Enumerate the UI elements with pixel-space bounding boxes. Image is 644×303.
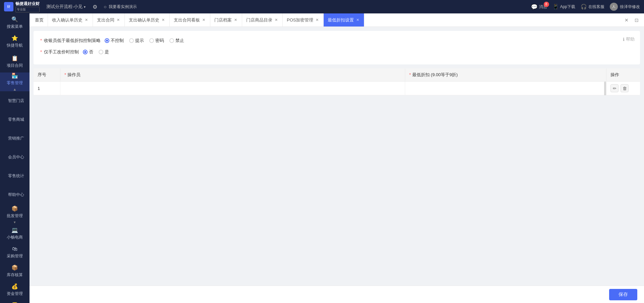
chevron-down-icon: ▾ [14, 220, 16, 224]
sidebar-item-label: 项目合同 [7, 63, 23, 68]
home-tab-label: 首页 [35, 17, 44, 23]
sidebar-item-label: 零售统计 [8, 173, 24, 179]
content-area: 首页 收入确认单历史 ✕ 支出合同 ✕ 支出确认单历史 ✕ 支出合同看板 ✕ 门… [30, 13, 644, 303]
tab-label: 支出合同看板 [174, 17, 200, 23]
wholesale-icon: 📦 [11, 205, 18, 212]
avatar: 人 [610, 3, 618, 11]
radio-forbidden[interactable]: 禁止 [169, 38, 184, 44]
tab-income-confirm-history[interactable]: 收入确认单历史 ✕ [48, 13, 93, 27]
sidebar-item-smart-store[interactable]: 智慧门店 [0, 91, 30, 110]
purchase-icon: 🛍 [12, 246, 17, 252]
tab-label: 门店档案 [214, 17, 232, 23]
close-icon[interactable]: ✕ [116, 18, 120, 22]
tab-label: 支出合同 [97, 17, 114, 23]
close-tab-button[interactable]: ✕ [622, 15, 631, 25]
close-icon[interactable]: ✕ [233, 18, 238, 22]
sidebar-item-search[interactable]: 🔍 搜索菜单 [0, 13, 30, 32]
radio-circle [99, 50, 103, 54]
tab-payment-confirm-history[interactable]: 支出确认单历史 ✕ [125, 13, 170, 27]
scrollbar-thumb [604, 82, 606, 95]
sidebar-item-ledger[interactable]: 📒 总账管理 [0, 299, 30, 303]
tab-payment-contract-board[interactable]: 支出合同看板 ✕ [170, 13, 210, 27]
sidebar-item-inventory[interactable]: 📦 库存核算 [0, 262, 30, 281]
sidebar-item-label: 采购管理 [7, 253, 23, 259]
sidebar-item-purchase-mgmt[interactable]: 🛍 采购管理 [0, 243, 30, 262]
project-selector[interactable]: 测试分开流程-小见 ▾ [44, 2, 88, 11]
sidebar-item-retail-mgmt[interactable]: 🏪 零售管理 ▲ [0, 72, 30, 91]
sidebar-item-label: 小畅电商 [7, 235, 23, 240]
field1-row: * 收银员低于最低折扣控制策略 不控制 提示 [40, 38, 633, 44]
th-actions: 操作 [606, 68, 640, 81]
tab-store-files[interactable]: 门店档案 ✕ [210, 13, 242, 27]
radio-circle-checked [105, 38, 109, 43]
th-seq: 序号 [34, 68, 60, 81]
sidebar-item-label: 搜索菜单 [7, 24, 23, 30]
save-button[interactable]: 保存 [609, 289, 637, 300]
sidebar-item-retail-mall[interactable]: 零售商城 [0, 110, 30, 129]
table-header: 序号 * 操作员 * 最低折扣 (9.00等于9折) 操作 [34, 68, 640, 82]
tab-store-product-catalog[interactable]: 门店商品目录 ✕ [242, 13, 283, 27]
required-star: * [409, 72, 411, 77]
sidebar-item-fund-mgmt[interactable]: 💰 资金管理 [0, 281, 30, 299]
tabs-bar: 首页 收入确认单历史 ✕ 支出合同 ✕ 支出确认单历史 ✕ 支出合同看板 ✕ 门… [30, 13, 644, 27]
radio-circle [169, 38, 174, 43]
delete-row-button[interactable]: 🗑 [621, 84, 629, 92]
edit-row-button[interactable]: ✏ [610, 84, 619, 92]
close-icon[interactable]: ✕ [315, 18, 319, 22]
sidebar-item-label: 资金管理 [7, 291, 23, 297]
app-name: 畅捷通好业财 [15, 1, 40, 7]
close-icon[interactable]: ✕ [355, 18, 360, 22]
star-icon: ⭐ [11, 35, 18, 41]
app-download-button[interactable]: 📱 App下载 [552, 4, 575, 10]
radio-password[interactable]: 密码 [149, 38, 164, 44]
close-icon[interactable]: ✕ [274, 18, 278, 22]
page-footer: 保存 [30, 286, 644, 303]
field2-label: * 仅手工改价时控制 [40, 49, 79, 55]
expand-tab-button[interactable]: ⊡ [632, 15, 641, 25]
sidebar-item-project-contract[interactable]: 📋 项目合同 [0, 52, 30, 71]
th-min-discount: * 最低折扣 (9.00等于9折) [405, 68, 606, 81]
td-min-discount[interactable] [405, 82, 606, 95]
settings-icon[interactable]: ⚙ [90, 2, 100, 11]
contract-icon: 📋 [11, 55, 18, 61]
tab-label: 支出确认单历史 [129, 17, 159, 23]
customer-service-button[interactable]: 🎧 在线客服 [581, 4, 604, 10]
sidebar-item-retail-stats[interactable]: 零售统计 [0, 166, 30, 185]
radio-no[interactable]: 否 [83, 49, 93, 55]
radio-no-control[interactable]: 不控制 [105, 38, 124, 44]
user-menu[interactable]: 人 徐泽华修改 [610, 3, 640, 11]
sidebar-item-ecommerce[interactable]: 💻 小畅电商 [0, 224, 30, 243]
help-button[interactable]: ℹ 帮助 [623, 36, 635, 42]
radio-hint[interactable]: 提示 [129, 38, 144, 44]
sidebar-item-member-center[interactable]: 会员中心 [0, 148, 30, 166]
close-icon[interactable]: ✕ [201, 18, 206, 22]
tab-pos-password-mgmt[interactable]: POS加密管理 ✕ [283, 13, 324, 27]
sidebar-item-help-center[interactable]: 帮助中心 [0, 185, 30, 204]
sidebar-item-label: 批发管理 [7, 213, 23, 219]
sidebar-item-quick-nav[interactable]: ⭐ 快捷导航 [0, 32, 30, 51]
td-operator[interactable] [60, 82, 405, 95]
radio-yes[interactable]: 是 [99, 49, 109, 55]
field1-label: * 收银员低于最低折扣控制策略 [40, 38, 101, 44]
close-icon[interactable]: ✕ [84, 18, 89, 22]
sidebar-item-label: 零售商城 [8, 117, 24, 122]
sidebar-item-marketing[interactable]: 营销推广 [0, 129, 30, 148]
fund-icon: 💰 [11, 283, 18, 290]
header: 财 畅捷通好业财 专业版 测试分开流程-小见 ▾ ⚙ ○ 我要看实例演示 💬 消… [0, 0, 644, 13]
field1-radio-group: 不控制 提示 密码 禁止 [105, 38, 184, 44]
sidebar-item-wholesale-mgmt[interactable]: 📦 批发管理 ▾ [0, 205, 30, 224]
sidebar-item-label: 零售管理 [7, 80, 23, 86]
tab-home[interactable]: 首页 [31, 13, 48, 27]
professional-badge: 专业版 [15, 7, 40, 12]
tab-payment-contract[interactable]: 支出合同 ✕ [93, 13, 125, 27]
close-icon[interactable]: ✕ [161, 18, 165, 22]
message-button[interactable]: 💬 消息 8 [531, 4, 547, 10]
tab-label: 最低折扣设置 [328, 17, 354, 23]
tab-label: 门店商品目录 [246, 17, 272, 23]
demo-link[interactable]: ○ 我要看实例演示 [104, 4, 137, 10]
tab-min-discount-settings[interactable]: 最低折扣设置 ✕ [324, 13, 364, 27]
required-star: * [40, 38, 42, 43]
logo-icon: 财 [4, 2, 13, 11]
project-name: 测试分开流程-小见 [46, 4, 83, 10]
sidebar-item-label: 智慧门店 [8, 98, 24, 104]
